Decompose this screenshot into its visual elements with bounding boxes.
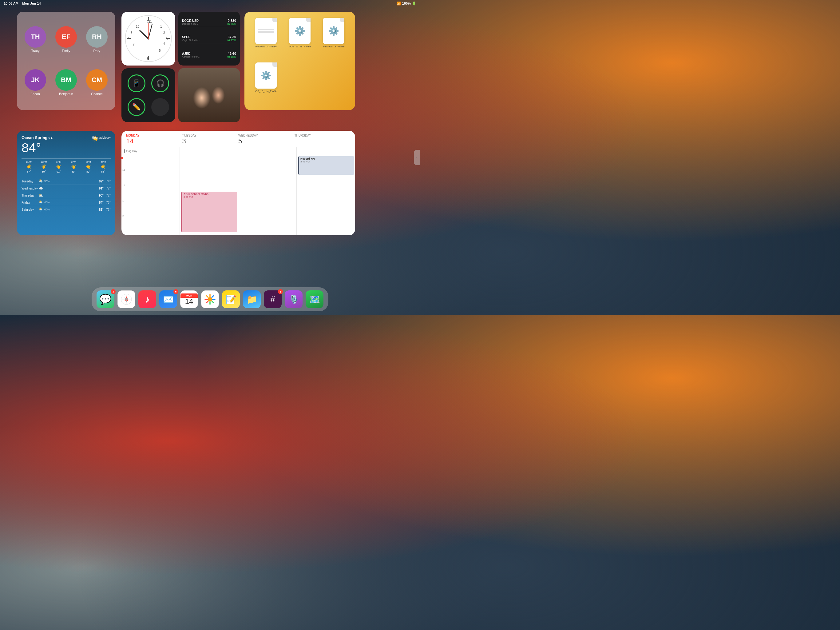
stock-ajrd-change: +0.18% xyxy=(227,55,236,59)
gear-icon-tvos: ⚙️ xyxy=(295,26,305,36)
weather-hour-5: 4PM ☀️ 88° xyxy=(96,161,111,173)
gear-icon-ios: ⚙️ xyxy=(261,70,272,81)
dock-music[interactable]: ♪ xyxy=(138,290,156,308)
file-name-9to5mac: 9to5Mac...g All Day xyxy=(256,45,277,48)
weather-hour-icon-5: ☀️ xyxy=(96,164,111,169)
contact-jacob[interactable]: JK Jacob xyxy=(25,69,46,96)
contact-benjamin[interactable]: BM Benjamin xyxy=(55,69,77,96)
control-headphones[interactable]: 🎧 xyxy=(150,73,171,94)
dock-safari[interactable] xyxy=(117,290,135,308)
dock-messages[interactable]: 💬 3 xyxy=(96,290,114,308)
photo-inner xyxy=(178,68,240,122)
dock-calendar[interactable]: MON 14 xyxy=(180,290,198,308)
file-icon-watchos: ⚙️ xyxy=(323,18,344,44)
file-icon-tvos: ⚙️ xyxy=(289,18,311,44)
file-9to5mac[interactable]: 9to5Mac...g All Day xyxy=(251,18,281,48)
svg-point-21 xyxy=(148,38,149,39)
status-right: 📶 100% 🔋 xyxy=(396,2,416,6)
weather-hour-icon-4: ☀️ xyxy=(81,164,96,169)
file-icon-ios: ⚙️ xyxy=(255,62,277,89)
dock-podcasts[interactable]: 🎙️ xyxy=(285,290,303,308)
sidebar-handle[interactable]: ‹ xyxy=(414,150,420,165)
contact-name-jacob: Jacob xyxy=(31,92,39,96)
control-empty xyxy=(150,97,171,118)
forecast-icon-4: 🌦️ xyxy=(38,207,43,212)
control-pencil[interactable]: ✏️ xyxy=(126,97,147,118)
headphones-control-circle: 🎧 xyxy=(151,74,169,92)
clock-svg: 12 3 6 9 1 2 4 5 11 10 8 7 xyxy=(125,15,172,62)
contact-tracy[interactable]: TH Tracy xyxy=(25,26,46,52)
contact-avatar-rory: RH xyxy=(86,26,107,47)
contact-avatar-benjamin: BM xyxy=(55,69,77,91)
file-tvos[interactable]: ⚙️ tvOS_15...ta_Profile xyxy=(284,18,315,48)
mapsettings-icon: 🗺️ xyxy=(309,294,320,304)
cal-date-14: 14 xyxy=(126,137,182,145)
dock-slack[interactable]: # 1 xyxy=(264,290,282,308)
after-school-radio-event[interactable]: After School Radio 6:00 PM xyxy=(182,192,237,232)
photo-children xyxy=(178,68,240,122)
mail-badge: 6 xyxy=(174,289,178,294)
cal-col-thursday: Record HH 3:45 PM xyxy=(297,147,355,235)
clock-widget[interactable]: 12 3 6 9 1 2 4 5 11 10 8 7 xyxy=(122,12,175,65)
weather-location: Ocean Springs ➤ xyxy=(22,135,53,140)
stock-doge-name: Dogecoin USD xyxy=(182,22,199,25)
weather-hour-icon-0: ☀️ xyxy=(22,164,36,169)
file-ios[interactable]: ⚙️ iOS_15_...ta_Profile xyxy=(251,62,281,93)
chevron-icon: ‹ xyxy=(416,155,418,160)
controls-widget: 📱 🎧 ✏️ xyxy=(122,68,175,122)
status-time: 10:06 AM xyxy=(4,2,19,5)
contact-emily[interactable]: EF Emily xyxy=(55,26,77,52)
stock-ajrd-price: 49.60 xyxy=(227,52,236,55)
contact-chance[interactable]: CM Chance xyxy=(86,69,107,96)
ipad-control-circle: 📱 xyxy=(128,74,145,92)
flag-day-event[interactable]: Flag Day xyxy=(123,149,178,154)
svg-text:11: 11 xyxy=(148,20,152,24)
dock-photos[interactable] xyxy=(201,290,219,308)
cal-body: Flag Day 10 11 12 1 2 After School Radio… xyxy=(122,147,355,235)
dock-files[interactable]: 📁 xyxy=(243,290,261,308)
stock-ajrd-symbol: AJRD xyxy=(182,52,200,55)
dock-mapsettings[interactable]: 🗺️ xyxy=(306,290,324,308)
cal-day-tuesday: TUESDAY 3 xyxy=(182,134,238,145)
stock-spce-change: +6.27% xyxy=(227,39,236,42)
cal-time-12: 12 xyxy=(122,184,125,187)
weather-hour-2: 1PM ☀️ 91° xyxy=(51,161,66,173)
forecast-icon-3: 🌦️ xyxy=(38,200,43,204)
cal-time-2: 2 xyxy=(122,215,123,217)
empty-control-circle xyxy=(151,98,169,116)
cal-day-wednesday: WEDNESDAY 5 xyxy=(238,134,295,145)
contact-rory[interactable]: RH Rory xyxy=(86,26,107,52)
stock-doge[interactable]: DOGE-USD Dogecoin USD 0.330 +6.76% xyxy=(182,19,236,27)
stock-spce-symbol: SPCE xyxy=(182,35,200,39)
svg-text:4: 4 xyxy=(163,42,165,46)
files-widget: 9to5Mac...g All Day ⚙️ tvOS_15...ta_Prof… xyxy=(245,12,355,110)
contact-avatar-chance: CM xyxy=(86,69,107,91)
stock-spce-name: Virgin Galactic... xyxy=(182,39,200,41)
cal-day-thursday: THURSDAY xyxy=(295,134,351,145)
weather-hour-icon-1: ☀️ xyxy=(36,164,51,169)
svg-text:6: 6 xyxy=(147,57,149,60)
stock-ajrd[interactable]: AJRD Aerojet Rocket... 49.60 +0.18% xyxy=(182,52,236,59)
headphones-icon: 🎧 xyxy=(156,79,164,87)
dock-mail[interactable]: ✉️ 6 xyxy=(159,290,177,308)
calendar-widget: MONDAY 14 TUESDAY 3 WEDNESDAY 5 THURSDAY… xyxy=(122,131,355,235)
weather-header: Ocean Springs ➤ 84° ☀️ Heat advisory xyxy=(22,135,111,156)
svg-point-28 xyxy=(208,297,212,301)
control-ipad[interactable]: 📱 xyxy=(126,73,147,94)
dock-notes[interactable]: 📝 xyxy=(222,290,240,308)
record-hh-title: Record HH xyxy=(300,157,353,160)
file-watchos[interactable]: ⚙️ watchOS...a_Profile xyxy=(318,18,349,48)
battery-icon: 🔋 xyxy=(412,2,416,6)
forecast-icon-0: 🌦️ xyxy=(38,179,43,184)
cal-col-wednesday xyxy=(238,147,297,235)
contact-avatar-emily: EF xyxy=(55,26,77,47)
contact-avatar-tracy: TH xyxy=(25,26,46,47)
weather-advisory: Heat advisory xyxy=(92,136,111,139)
record-hh-event[interactable]: Record HH 3:45 PM xyxy=(298,156,354,175)
stock-spce[interactable]: SPCE Virgin Galactic... 37.30 +6.27% xyxy=(182,35,236,43)
stock-spce-price: 37.30 xyxy=(227,35,236,39)
forecast-icon-1: ☁️ xyxy=(38,186,43,190)
cal-day-monday: MONDAY 14 xyxy=(126,134,182,145)
gear-icon-watchos: ⚙️ xyxy=(328,26,339,36)
pencil-icon: ✏️ xyxy=(132,103,141,111)
